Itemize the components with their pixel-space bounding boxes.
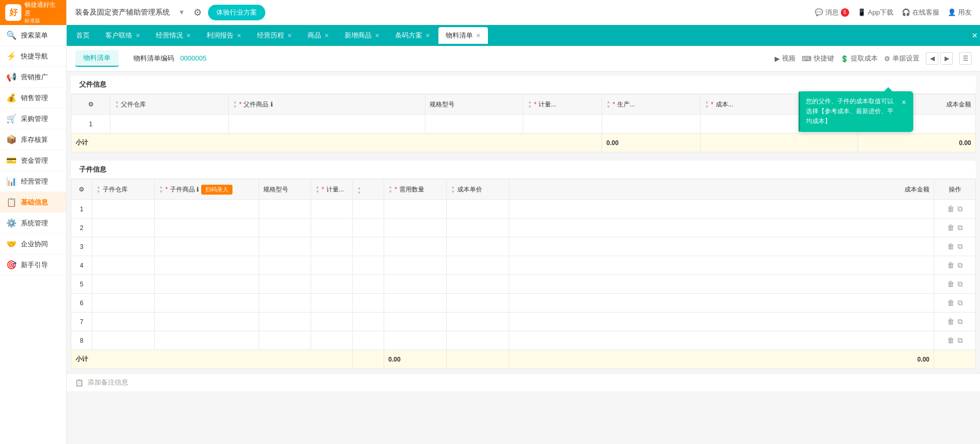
tab-bom-code[interactable]: 物料清单编码 0000005	[125, 51, 215, 66]
copy-icon-1[interactable]: ⧉	[958, 205, 963, 213]
child-qty-2[interactable]	[384, 219, 447, 237]
delete-icon-1[interactable]: 🗑	[947, 205, 954, 213]
message-btn[interactable]: 💬 消息 6	[815, 8, 849, 17]
sidebar-item-search[interactable]: 🔍搜索菜单	[0, 25, 66, 46]
sidebar-item-marketing[interactable]: 📢营销推广	[0, 67, 66, 88]
delete-icon-5[interactable]: 🗑	[947, 280, 954, 289]
shortcut-btn[interactable]: ⌨ 快捷键	[802, 54, 834, 63]
tab-close-operation[interactable]: ✕	[186, 32, 191, 39]
note-text[interactable]: 添加备注信息	[88, 378, 128, 387]
child-unit-3[interactable]	[311, 237, 353, 256]
tab-customer[interactable]: 客户联络✕	[98, 27, 148, 44]
tab-close-bom[interactable]: ✕	[476, 32, 481, 39]
sidebar-item-quick[interactable]: ⚡快捷导航	[0, 46, 66, 67]
sidebar-item-purchase[interactable]: 🛒采购管理	[0, 109, 66, 129]
layout-btn[interactable]: ☰	[959, 52, 972, 65]
doc-settings-btn[interactable]: ⚙ 单据设置	[884, 54, 920, 63]
child-qty-6[interactable]	[384, 294, 447, 313]
tab-close-profit[interactable]: ✕	[237, 32, 241, 39]
delete-icon-6[interactable]: 🗑	[947, 298, 954, 307]
child-product-3[interactable]	[155, 237, 259, 256]
trial-button[interactable]: 体验行业方案	[208, 5, 265, 20]
child-qty-5[interactable]	[384, 275, 447, 294]
copy-icon-7[interactable]: ⧉	[958, 317, 963, 326]
tab-profit[interactable]: 利润报告✕	[199, 27, 249, 44]
child-qty-4[interactable]	[384, 256, 447, 275]
sidebar-item-system[interactable]: ⚙️系统管理	[0, 213, 66, 234]
tab-history[interactable]: 经营历程✕	[250, 27, 299, 44]
child-qty-1[interactable]	[384, 200, 447, 219]
extract-cost-btn[interactable]: 💲 提取成本	[840, 54, 878, 63]
online-service-btn[interactable]: 🎧 在线客服	[902, 8, 939, 17]
child-unitcost-4[interactable]	[447, 256, 509, 275]
sidebar-item-operation_mgmt[interactable]: 📊经营管理	[0, 171, 66, 192]
video-btn[interactable]: ▶ 视频	[775, 54, 795, 63]
next-btn[interactable]: ▶	[940, 52, 953, 65]
tab-goods[interactable]: 商品✕	[300, 27, 336, 44]
child-qty-8[interactable]	[384, 331, 447, 350]
child-unitcost-7[interactable]	[447, 313, 509, 331]
settings-icon[interactable]: ⚙	[193, 7, 202, 18]
child-warehouse-3[interactable]	[92, 237, 155, 256]
sidebar-item-collab[interactable]: 🤝企业协同	[0, 234, 66, 255]
child-unitcost-2[interactable]	[447, 219, 509, 237]
child-unit-7[interactable]	[311, 313, 353, 331]
child-unitcost-1[interactable]	[447, 200, 509, 219]
child-product-1[interactable]	[155, 200, 259, 219]
tooltip-close-btn[interactable]: ×	[902, 97, 906, 108]
child-product-2[interactable]	[155, 219, 259, 237]
tab-bom-list[interactable]: 物料清单	[75, 50, 119, 67]
child-unit-4[interactable]	[311, 256, 353, 275]
delete-icon-4[interactable]: 🗑	[947, 261, 954, 270]
parent-cost-cell[interactable]	[700, 115, 799, 134]
child-unitcost-6[interactable]	[447, 294, 509, 313]
tab-bom[interactable]: 物料清单✕	[438, 27, 488, 44]
child-unit-5[interactable]	[311, 275, 353, 294]
delete-icon-7[interactable]: 🗑	[947, 317, 954, 326]
user-menu[interactable]: 👤 用友	[948, 8, 972, 17]
child-unit-8[interactable]	[311, 331, 353, 350]
child-warehouse-2[interactable]	[92, 219, 155, 237]
delete-icon-8[interactable]: 🗑	[947, 336, 954, 345]
sidebar-item-basic[interactable]: 📋基础信息	[0, 192, 66, 213]
child-unit-2[interactable]	[311, 219, 353, 237]
parent-prod-cell[interactable]	[602, 115, 701, 134]
tab-close-history[interactable]: ✕	[287, 32, 292, 39]
child-warehouse-1[interactable]	[92, 200, 155, 219]
scan-input-btn[interactable]: 扫码录入	[201, 185, 232, 195]
copy-icon-6[interactable]: ⧉	[958, 298, 963, 307]
child-warehouse-4[interactable]	[92, 256, 155, 275]
copy-icon-3[interactable]: ⧉	[958, 242, 963, 251]
child-warehouse-7[interactable]	[92, 313, 155, 331]
parent-product-cell[interactable]	[228, 115, 425, 134]
child-warehouse-6[interactable]	[92, 294, 155, 313]
child-unitcost-5[interactable]	[447, 275, 509, 294]
child-unit-6[interactable]	[311, 294, 353, 313]
child-product-8[interactable]	[155, 331, 259, 350]
tab-barcode[interactable]: 条码方案✕	[388, 27, 437, 44]
sidebar-item-guide[interactable]: 🎯新手引导	[0, 255, 66, 275]
child-warehouse-5[interactable]	[92, 275, 155, 294]
child-product-5[interactable]	[155, 275, 259, 294]
child-qty-3[interactable]	[384, 237, 447, 256]
sidebar-item-sales[interactable]: 💰销售管理	[0, 88, 66, 109]
close-all-tabs-btn[interactable]: ✕	[972, 31, 978, 40]
copy-icon-2[interactable]: ⧉	[958, 223, 963, 232]
copy-icon-4[interactable]: ⧉	[958, 261, 963, 270]
sidebar-item-inventory[interactable]: 📦库存核算	[0, 129, 66, 150]
child-product-7[interactable]	[155, 313, 259, 331]
tab-new_goods[interactable]: 新增商品✕	[337, 27, 387, 44]
tab-close-barcode[interactable]: ✕	[425, 32, 430, 39]
tab-home[interactable]: 首页	[69, 27, 97, 44]
delete-icon-2[interactable]: 🗑	[947, 223, 954, 232]
sidebar-item-finance[interactable]: 💳资金管理	[0, 150, 66, 171]
tab-close-goods[interactable]: ✕	[324, 32, 329, 39]
parent-warehouse-cell[interactable]	[111, 115, 228, 134]
parent-th-settings[interactable]: ⚙	[71, 94, 111, 115]
child-warehouse-8[interactable]	[92, 331, 155, 350]
copy-icon-8[interactable]: ⧉	[958, 336, 963, 345]
child-product-4[interactable]	[155, 256, 259, 275]
parent-unit-cell[interactable]	[523, 115, 602, 134]
prev-btn[interactable]: ◀	[926, 52, 938, 65]
child-unit-1[interactable]	[311, 200, 353, 219]
